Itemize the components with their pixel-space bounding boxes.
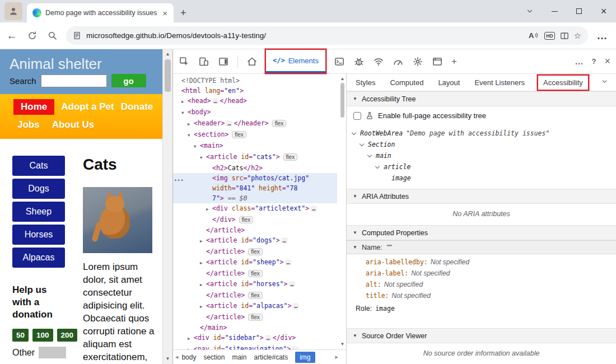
ellipsis-expander-icon[interactable]: … <box>226 120 232 127</box>
scroll-down-icon[interactable]: ▼ <box>339 340 346 349</box>
breadcrumb-item-section[interactable]: section <box>203 353 225 361</box>
dom-tree-line[interactable]: </article>flex <box>173 290 337 301</box>
add-devtools-tab-icon[interactable]: + <box>451 56 457 67</box>
breadcrumb-item-main[interactable]: main <box>232 353 246 361</box>
dom-tree-line[interactable]: ▼<article id="cats">flex <box>173 152 337 163</box>
dom-tree-line[interactable]: ▶<article id="horses">… <box>173 279 337 290</box>
breadcrumb-item-article-cats[interactable]: article#cats <box>254 353 288 361</box>
devtools-more-icon[interactable]: … <box>575 57 584 66</box>
category-button-alpacas[interactable]: Alpacas <box>12 248 65 268</box>
scrollbar-thumb[interactable] <box>340 83 344 118</box>
dom-tree-line[interactable]: ▼<main> <box>173 141 337 152</box>
flex-badge[interactable]: flex <box>248 292 263 299</box>
go-button[interactable]: go <box>111 74 146 87</box>
dom-tree-line[interactable]: </article>flex <box>173 246 337 257</box>
tab-elements[interactable]: </> Elements <box>266 50 325 73</box>
chevron-down-icon[interactable] <box>352 130 356 134</box>
expand-arrow-icon[interactable]: ▶ <box>200 302 206 312</box>
nav-item-adopt-a-pet[interactable]: Adopt a Pet <box>61 99 114 115</box>
category-button-dogs[interactable]: Dogs <box>12 179 65 199</box>
expand-arrow-icon[interactable]: ▶ <box>188 334 194 344</box>
chevron-down-icon[interactable] <box>360 141 364 146</box>
panel-tab-computed[interactable]: Computed <box>389 76 424 90</box>
crumb-scroll-right-icon[interactable]: ▶ <box>335 355 338 360</box>
new-tab-button[interactable]: + <box>174 7 193 22</box>
ellipsis-expander-icon[interactable]: … <box>285 259 292 265</box>
ellipsis-expander-icon[interactable]: … <box>292 303 299 309</box>
breadcrumb-item-img[interactable]: img <box>295 352 315 363</box>
dom-tree-line[interactable]: ▶<div class="articletext">… <box>173 203 337 214</box>
back-icon[interactable]: ← <box>6 30 18 42</box>
flex-badge[interactable]: flex <box>248 270 263 277</box>
dom-tree-line[interactable]: </main> <box>173 323 337 333</box>
expand-arrow-icon[interactable]: ▶ <box>200 236 206 246</box>
expand-arrow-icon[interactable]: ▼ <box>194 142 200 152</box>
read-aloud-icon[interactable]: A <box>529 32 539 39</box>
panel-tabs-chevron-icon[interactable] <box>601 78 608 87</box>
ellipsis-expander-icon[interactable]: … <box>265 335 272 341</box>
dom-tree-line[interactable]: </article>flex <box>173 312 337 323</box>
window-close-icon[interactable]: × <box>591 0 616 22</box>
dom-tree-line[interactable]: <html lang="en"> <box>173 86 337 96</box>
devtools-close-icon[interactable]: × <box>604 55 610 67</box>
site-information-icon[interactable] <box>73 31 81 40</box>
flex-badge[interactable]: flex <box>248 248 263 255</box>
flex-badge[interactable]: flex <box>232 131 246 138</box>
expand-arrow-icon[interactable]: ▶ <box>206 204 212 214</box>
flex-badge[interactable]: flex <box>248 314 263 321</box>
expand-arrow-icon[interactable]: ▶ <box>181 97 188 107</box>
panel-tab-event-listeners[interactable]: Event Listeners <box>473 76 526 90</box>
chevron-down-icon[interactable] <box>367 152 372 157</box>
panel-tab-styles[interactable]: Styles <box>354 76 376 90</box>
tab-actions-chevron-icon[interactable] <box>517 0 542 22</box>
category-button-sheep[interactable]: Sheep <box>12 202 65 222</box>
donation-button-200[interactable]: 200 <box>57 329 78 342</box>
application-icon[interactable] <box>432 56 443 67</box>
donation-button-50[interactable]: 50 <box>12 329 29 342</box>
dock-side-icon[interactable] <box>218 56 229 67</box>
ellipsis-expander-icon[interactable]: … <box>212 98 219 104</box>
section-accessibility-tree[interactable]: ▼ Accessibility Tree <box>347 91 616 106</box>
device-emulation-icon[interactable] <box>198 56 209 67</box>
flex-badge[interactable]: flex <box>283 153 298 161</box>
dom-tree-line[interactable]: <h2>Cats</h2> <box>173 163 337 173</box>
dom-tree-line[interactable]: ▶<article id="dogs">… <box>173 235 337 246</box>
nav-item-jobs[interactable]: Jobs <box>17 117 40 133</box>
category-button-horses[interactable]: Horses <box>12 225 65 245</box>
dom-tree-line[interactable]: width="841" height="78 <box>173 183 337 193</box>
refresh-icon[interactable] <box>26 31 38 40</box>
computed-name-row[interactable]: ▼ Name: "" <box>347 240 616 254</box>
issues-bug-icon[interactable] <box>353 56 365 67</box>
expand-arrow-icon[interactable]: ▼ <box>188 130 194 141</box>
dom-tree-line[interactable]: </article> <box>173 225 337 235</box>
crumb-scroll-left-icon[interactable]: ◀ <box>175 355 178 360</box>
scroll-up-icon[interactable]: ▲ <box>163 50 172 59</box>
dom-tree-line[interactable]: ▶<header>…</header>flex <box>173 118 337 129</box>
dom-tree-line[interactable]: ▶<article id="sheep">… <box>173 257 337 268</box>
expand-arrow-icon[interactable]: ▶ <box>188 119 194 129</box>
expand-arrow-icon[interactable]: ▶ <box>188 345 194 349</box>
accessibility-node-image[interactable]: image <box>352 172 616 184</box>
scroll-up-icon[interactable]: ▲ <box>339 74 346 83</box>
scrollbar-thumb[interactable] <box>165 59 171 92</box>
dom-tree-line[interactable]: ▶<head>…</head> <box>173 96 337 107</box>
section-computed-properties[interactable]: ▼ Computed Properties <box>347 225 616 240</box>
accessibility-node-rootwebarea[interactable]: RootWebArea"Demo page with accessibility… <box>352 128 616 139</box>
ellipsis-expander-icon[interactable]: … <box>288 281 295 287</box>
accessibility-node-section[interactable]: Section <box>352 139 616 150</box>
chevron-down-icon[interactable] <box>375 164 380 168</box>
dom-tree-line[interactable]: ▶<nav id="sitenavigation">… <box>173 344 337 349</box>
flex-badge[interactable]: flex <box>272 120 287 127</box>
network-icon[interactable] <box>373 56 384 67</box>
flex-badge[interactable]: flex <box>239 216 254 223</box>
settings-gear-icon[interactable] <box>412 56 423 67</box>
nav-item-home[interactable]: Home <box>13 99 54 115</box>
ellipsis-expander-icon[interactable]: … <box>310 206 317 212</box>
tab-close-icon[interactable]: × <box>161 8 169 18</box>
nav-item-about-us[interactable]: About Us <box>52 117 95 133</box>
profile-button[interactable] <box>4 2 22 20</box>
category-button-cats[interactable]: Cats <box>12 156 65 176</box>
scroll-down-icon[interactable]: ▼ <box>163 354 172 363</box>
console-icon[interactable] <box>334 56 345 67</box>
inspect-icon[interactable] <box>179 56 190 67</box>
